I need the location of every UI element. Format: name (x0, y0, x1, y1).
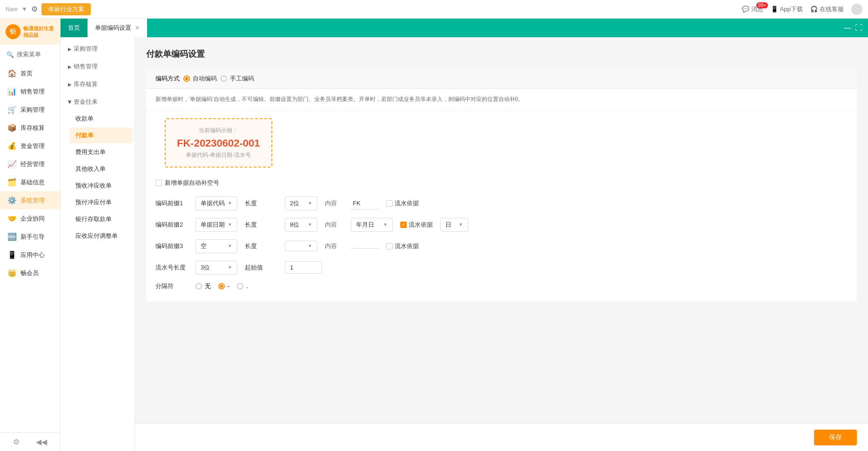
prefix2-serial-unit-select[interactable]: 日 ▼ (440, 218, 468, 232)
sidebar-item-guide[interactable]: 🆕 新手引导 (0, 228, 60, 246)
tab-close-icon[interactable]: ✕ (135, 25, 140, 31)
prefix3-serial-checkbox[interactable] (386, 243, 393, 249)
prefix2-serial-check[interactable]: ✓ 流水依据 (400, 221, 433, 229)
tabbar: 首页 单据编码设置 ✕ — ⛶ (61, 19, 868, 37)
online-service-button[interactable]: 🎧 在线客服 (810, 5, 844, 13)
serial-start-input[interactable] (285, 261, 322, 274)
sidebar-item-basic[interactable]: 🗂️ 基础信息 (0, 173, 60, 191)
settings-icon[interactable]: ⚙ (31, 5, 38, 13)
sidebar-item-system[interactable]: ⚙️ 系统管理 (0, 191, 60, 209)
message-icon: 💬 (742, 6, 749, 13)
prefix3-length-select[interactable]: ▼ (285, 241, 317, 251)
separator-dot-radio[interactable] (237, 283, 243, 289)
preview-label: 当前编码示例： (177, 127, 260, 135)
sidebar-item-label: 首页 (20, 69, 33, 78)
sidebar-item-member[interactable]: 👑 畅会员 (0, 264, 60, 282)
tabbar-maximize-button[interactable]: ⛶ (855, 24, 862, 32)
manual-encode-radio[interactable] (221, 75, 227, 82)
sidebar-item-apps[interactable]: 📱 应用中心 (0, 246, 60, 264)
sec-item-other-income[interactable]: 其他收入单 (70, 161, 133, 177)
prefix1-value: 单据代码 (201, 199, 225, 208)
separator-dash-option[interactable]: - (218, 283, 229, 289)
sec-item-pre-receivable[interactable]: 预收冲应收单 (70, 178, 133, 194)
sec-item-receipt[interactable]: 收款单 (70, 111, 133, 127)
sidebar-item-inventory[interactable]: 📦 库存核算 (0, 119, 60, 137)
prefix1-length-select[interactable]: 2位 ▼ (285, 196, 317, 210)
tab-serial-setting[interactable]: 单据编码设置 ✕ (87, 19, 147, 37)
prefix1-serial-check[interactable]: 流水依据 (386, 199, 419, 208)
sec-group-inventory-label: 库存核算 (74, 80, 98, 88)
prefix2-length-label: 长度 (245, 221, 277, 229)
sidebar: 畅 畅通逍好生意捐品版 🔍 搜索菜单 🏠 首页 📊 销售管理 🛒 采购管理 (0, 19, 61, 451)
prefix2-select[interactable]: 单据日期 ▼ (195, 218, 237, 232)
prefix2-content-value: 年月日 (356, 221, 374, 229)
settings-card: 编码方式 自动编码 手工编码 (146, 69, 857, 302)
separator-dot-label: . (246, 283, 248, 289)
plan-button[interactable]: 体验行业方案 (41, 3, 91, 15)
prefix3-length-arrow-icon: ▼ (308, 243, 312, 249)
prefix2-content-select[interactable]: 年月日 ▼ (351, 218, 393, 232)
coop-icon: 🤝 (7, 214, 17, 223)
prefix1-select[interactable]: 单据代码 ▼ (195, 196, 237, 210)
settings-bottom-icon[interactable]: ⚙ (13, 438, 20, 446)
prefix1-serial-label: 流水依据 (395, 199, 419, 208)
prefix-row-3: 编码前缀3 空 ▼ 长度 ▼ (155, 239, 848, 253)
tab-home[interactable]: 首页 (61, 19, 87, 37)
prefix2-content-arrow-icon: ▼ (383, 222, 388, 227)
auto-fill-row: 新增单据自动补空号 (146, 175, 857, 193)
scrollable-content: 付款单编码设置 编码方式 自动编码 (135, 37, 868, 424)
sidebar-item-coop[interactable]: 🤝 企业协同 (0, 209, 60, 228)
search-label: 搜索菜单 (17, 50, 41, 59)
manual-encode-option[interactable]: 手工编码 (221, 74, 254, 83)
search-menu-button[interactable]: 🔍 搜索菜单 (4, 48, 56, 61)
sidebar-item-purchase[interactable]: 🛒 采购管理 (0, 101, 60, 119)
auto-fill-label: 新增单据自动补空号 (165, 179, 219, 187)
prefix2-length-select[interactable]: 8位 ▼ (285, 218, 317, 232)
system-icon: ⚙️ (7, 196, 17, 205)
sidebar-item-operations[interactable]: 📈 经营管理 (0, 155, 60, 173)
prefix-form: 编码前缀1 单据代码 ▼ 长度 2位 ▼ (146, 193, 857, 302)
auto-encode-radio[interactable] (183, 75, 190, 82)
finance-icon: 💰 (7, 141, 17, 150)
separator-none-radio[interactable] (195, 283, 202, 289)
sec-group-inventory-title[interactable]: ▶ 库存核算 (61, 76, 135, 92)
service-icon: 🎧 (810, 6, 818, 13)
prefix3-select[interactable]: 空 ▼ (195, 239, 237, 253)
sec-item-payment[interactable]: 付款单 (70, 128, 133, 143)
prefix-row-2: 编码前缀2 单据日期 ▼ 长度 8位 ▼ (155, 218, 848, 232)
save-button[interactable]: 保存 (814, 430, 857, 445)
separator-dash-radio[interactable] (218, 283, 225, 289)
prefix2-length-arrow-icon: ▼ (308, 222, 312, 227)
separator-none-option[interactable]: 无 (195, 282, 211, 290)
prefix3-serial-check[interactable]: 流水依据 (386, 242, 419, 250)
prefix1-serial-checkbox[interactable] (386, 200, 393, 207)
prefix2-serial-checkbox[interactable]: ✓ (400, 222, 407, 228)
sec-group-sales-title[interactable]: ▶ 销售管理 (61, 59, 135, 74)
serial-length-select[interactable]: 3位 ▼ (195, 261, 237, 275)
operations-icon: 📈 (7, 160, 17, 168)
tabbar-minimize-button[interactable]: — (844, 24, 851, 32)
sidebar-item-finance[interactable]: 💰 资金管理 (0, 137, 60, 155)
sec-item-payable-adjust[interactable]: 应收应付调整单 (70, 228, 133, 244)
auto-encode-option[interactable]: 自动编码 (183, 74, 217, 83)
message-button[interactable]: 💬 消息 99+ (742, 5, 763, 13)
user-avatar[interactable] (851, 4, 862, 15)
sec-item-bank-deposit[interactable]: 银行存取款单 (70, 211, 133, 227)
sidebar-item-sales[interactable]: 📊 销售管理 (0, 82, 60, 101)
separator-dot-option[interactable]: . (237, 283, 248, 289)
prefix2-serial-unit-value: 日 (445, 221, 451, 229)
app-download-button[interactable]: 📱 App下载 (771, 5, 803, 13)
collapse-icon[interactable]: ◀◀ (36, 438, 47, 446)
prefix-row-1: 编码前缀1 单据代码 ▼ 长度 2位 ▼ (155, 196, 848, 210)
sec-item-expense[interactable]: 费用支出单 (70, 144, 133, 160)
auto-fill-checkbox[interactable] (155, 180, 162, 186)
sidebar-item-label: 经营管理 (20, 160, 45, 168)
sec-group-capital-title[interactable]: ▶ 资金往来 (61, 94, 135, 110)
guide-icon: 🆕 (7, 232, 17, 241)
apps-icon: 📱 (7, 250, 17, 259)
sidebar-item-home[interactable]: 🏠 首页 (0, 64, 60, 82)
sec-group-purchase: ▶ 采购管理 (61, 41, 135, 57)
sec-group-purchase-title[interactable]: ▶ 采购管理 (61, 41, 135, 57)
sec-item-pre-payable[interactable]: 预付冲应付单 (70, 195, 133, 210)
prefix1-label: 编码前缀1 (155, 199, 188, 208)
